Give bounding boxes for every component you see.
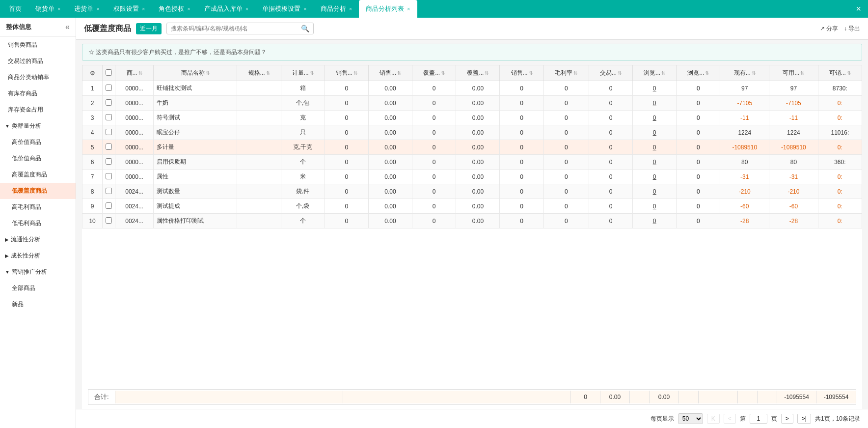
tab-template-close[interactable]: × (303, 6, 306, 12)
tab-permission-close[interactable]: × (142, 6, 145, 12)
sort-icon-sales3[interactable]: ⇅ (529, 70, 533, 76)
sidebar-item-low-coverage[interactable]: 低覆盖度商品 (0, 183, 76, 199)
row-cover1: 0 (412, 184, 456, 199)
row-checkbox[interactable] (103, 111, 115, 125)
row-cover2: 0.00 (456, 111, 500, 125)
sort-icon-available[interactable]: ⇅ (800, 70, 804, 76)
tab-purchase[interactable]: 进货单 × (67, 0, 106, 18)
row-current: 80 (720, 155, 769, 170)
row-browse1[interactable]: 0 (633, 170, 677, 184)
sidebar-item-low-value[interactable]: 低价值商品 (0, 150, 76, 167)
sidebar-item-traded-goods[interactable]: 交易过的商品 (0, 53, 76, 69)
sort-icon-cover1[interactable]: ⇅ (441, 70, 445, 76)
sidebar-group-marketing[interactable]: ▼ 营销推广分析 (0, 264, 76, 280)
col-sales1: 销售...⇅ (325, 65, 368, 81)
row-checkbox[interactable] (103, 81, 115, 96)
sort-icon-code[interactable]: ⇅ (138, 70, 142, 76)
sort-icon-sales1[interactable]: ⇅ (353, 70, 357, 76)
tab-sales-order-close[interactable]: × (57, 6, 60, 12)
row-checkbox[interactable] (103, 184, 115, 199)
row-unit: 个,包 (281, 96, 325, 111)
sidebar-item-stock-capital[interactable]: 库存资金占用 (0, 102, 76, 118)
tab-goods-analysis-list-close[interactable]: × (407, 6, 410, 12)
sort-icon-trade[interactable]: ⇅ (618, 70, 622, 76)
sidebar-item-low-profit[interactable]: 低毛利商品 (0, 215, 76, 231)
row-sales2: 0.00 (368, 155, 412, 170)
sort-icon-sellable[interactable]: ⇅ (847, 70, 851, 76)
row-checkbox[interactable] (103, 170, 115, 184)
sort-icon-spec[interactable]: ⇅ (266, 70, 270, 76)
row-available: -7105 (769, 96, 818, 111)
sort-icon-sales2[interactable]: ⇅ (397, 70, 401, 76)
sort-icon-unit[interactable]: ⇅ (310, 70, 314, 76)
tab-permission[interactable]: 权限设置 × (107, 0, 152, 18)
sort-icon-name[interactable]: ⇅ (206, 70, 210, 76)
sort-icon-browse1[interactable]: ⇅ (661, 70, 665, 76)
tab-goods-analysis[interactable]: 商品分析 × (314, 0, 359, 18)
row-browse1[interactable]: 0 (633, 125, 677, 140)
sidebar-collapse-button[interactable]: « (65, 23, 70, 31)
row-browse1[interactable]: 0 (633, 214, 677, 228)
tab-role[interactable]: 角色授权 × (152, 0, 197, 18)
total-cover2: 0.00 (650, 391, 679, 403)
per-page-select[interactable]: 50 10 20 100 (678, 413, 703, 424)
sidebar-item-sales-goods[interactable]: 销售类商品 (0, 37, 76, 53)
row-checkbox[interactable] (103, 96, 115, 111)
sidebar-item-category-rate[interactable]: 商品分类动销率 (0, 69, 76, 86)
export-button[interactable]: ↓ 导出 (844, 25, 860, 33)
last-page-button[interactable]: >| (797, 414, 811, 424)
row-browse2: 0 (677, 170, 720, 184)
tab-role-close[interactable]: × (187, 6, 190, 12)
sort-icon-cover2[interactable]: ⇅ (485, 70, 488, 76)
sidebar-group-cluster[interactable]: ▼ 类群量分析 (0, 118, 76, 134)
row-browse1[interactable]: 0 (633, 140, 677, 155)
sidebar-group-growth[interactable]: ▶ 成长性分析 (0, 248, 76, 264)
row-unit: 米 (281, 170, 325, 184)
tab-template[interactable]: 单据模板设置 × (255, 0, 313, 18)
sidebar-item-all-goods[interactable]: 全部商品 (0, 280, 76, 296)
sort-icon-current[interactable]: ⇅ (752, 70, 756, 76)
tab-goods-analysis-list[interactable]: 商品分析列表 × (359, 0, 417, 18)
row-checkbox[interactable] (103, 140, 115, 155)
sidebar-item-high-profit[interactable]: 高毛利商品 (0, 199, 76, 215)
tab-purchase-close[interactable]: × (96, 6, 99, 12)
checkbox-column-header[interactable] (103, 65, 115, 81)
row-checkbox[interactable] (103, 199, 115, 214)
page-number-input[interactable] (750, 414, 767, 424)
tab-home[interactable]: 首页 (2, 0, 28, 18)
search-input[interactable] (171, 25, 301, 32)
next-page-button[interactable]: > (781, 414, 793, 424)
row-checkbox[interactable] (103, 155, 115, 170)
tab-goods-analysis-close[interactable]: × (349, 6, 352, 12)
sidebar-group-flow[interactable]: ▶ 流通性分析 (0, 231, 76, 248)
row-browse1[interactable]: 0 (633, 199, 677, 214)
row-browse1[interactable]: 0 (633, 96, 677, 111)
settings-column-header[interactable]: ⚙ (82, 65, 103, 81)
sidebar-item-stock-goods[interactable]: 有库存商品 (0, 86, 76, 102)
sort-icon-gross[interactable]: ⇅ (573, 70, 577, 76)
sidebar-item-new-goods[interactable]: 新品 (0, 296, 76, 313)
share-button[interactable]: ↗ 分享 (820, 25, 838, 33)
row-no: 8 (82, 184, 103, 199)
prev-page-button[interactable]: < (724, 414, 736, 424)
select-all-checkbox[interactable] (106, 69, 112, 76)
settings-icon[interactable]: ⚙ (90, 70, 95, 77)
tab-sales-order[interactable]: 销货单 × (28, 0, 67, 18)
row-code: 0024... (115, 184, 154, 199)
row-browse1[interactable]: 0 (633, 184, 677, 199)
row-checkbox[interactable] (103, 125, 115, 140)
tab-product-entry[interactable]: 产成品入库单 × (197, 0, 255, 18)
row-trade: 0 (589, 125, 632, 140)
row-browse1[interactable]: 0 (633, 155, 677, 170)
first-page-button[interactable]: K (707, 414, 720, 424)
time-filter-button[interactable]: 近一月 (136, 23, 162, 34)
tab-product-entry-close[interactable]: × (245, 6, 248, 12)
row-browse1[interactable]: 0 (633, 111, 677, 125)
sort-icon-browse2[interactable]: ⇅ (705, 70, 709, 76)
row-browse1[interactable]: 0 (633, 81, 677, 96)
row-spec (237, 140, 281, 155)
row-checkbox[interactable] (103, 214, 115, 228)
sidebar-item-high-coverage[interactable]: 高覆盖度商品 (0, 167, 76, 183)
nav-close-button[interactable]: × (851, 4, 866, 14)
sidebar-item-high-value[interactable]: 高价值商品 (0, 134, 76, 150)
